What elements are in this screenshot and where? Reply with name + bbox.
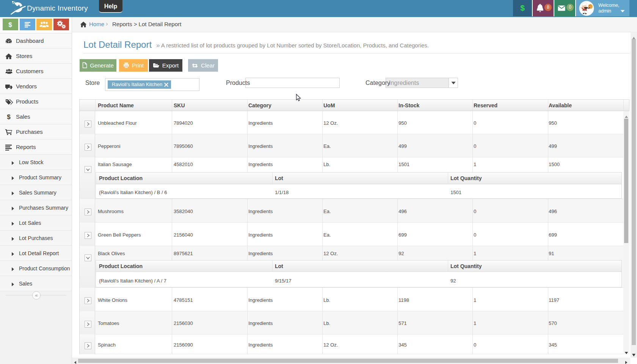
- svg-text:$: $: [8, 21, 12, 28]
- svg-text:$: $: [7, 113, 11, 120]
- svg-text:$: $: [520, 3, 525, 12]
